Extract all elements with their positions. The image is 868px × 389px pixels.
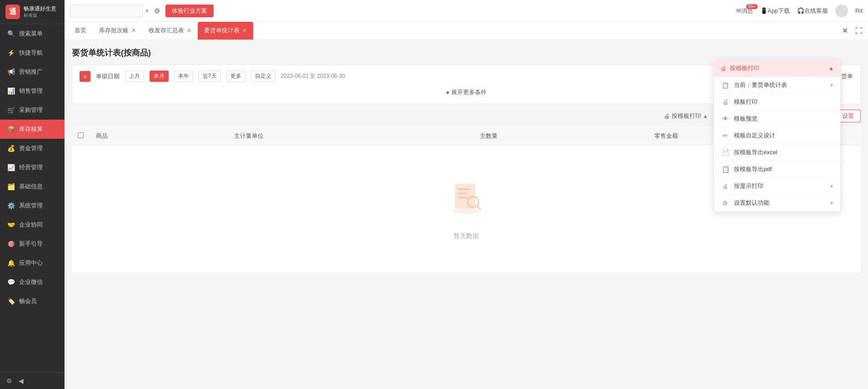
app-download-btn[interactable]: 📱 App下载 (760, 7, 790, 15)
col-checkbox (72, 127, 90, 145)
tab-maximize-icon[interactable]: ⛶ (853, 25, 864, 37)
template-excel-label: 按模板导出excel (734, 148, 777, 157)
sidebar-item-appstore[interactable]: 🔔 应用中心 (0, 253, 65, 273)
folder-icon: 🗂️ (6, 182, 15, 191)
tab-home[interactable]: 首页 (68, 22, 93, 40)
app-logo: 通 畅康通好生意 标准版 (0, 0, 65, 24)
date-this-month-btn[interactable]: 本月 (150, 71, 169, 82)
template-design-label: 模板自定义设计 (734, 131, 775, 140)
expand-more-label: 展开更多条件 (451, 88, 487, 96)
phone-icon: 📱 (760, 7, 768, 14)
date-more-btn[interactable]: 更多 (226, 71, 245, 82)
sidebar-item-basic[interactable]: 🗂️ 基础信息 (0, 177, 65, 196)
sidebar-item-label: 采购管理 (19, 106, 43, 114)
sidebar-item-search[interactable]: 🔍 搜索菜单 (0, 24, 65, 43)
sidebar-item-member[interactable]: 🏷️ 畅会员 (0, 292, 65, 311)
sidebar-item-marketing[interactable]: 📢 营销推广 (0, 62, 65, 81)
template-pdf-label: 按模板导出pdf (734, 165, 772, 173)
current-template-label: 当前：要货单统计表 (734, 81, 787, 89)
tab-label: 要货单统计表 (204, 26, 239, 35)
print-chevron-icon: ▲ (703, 113, 708, 119)
settings-footer-icon[interactable]: ⚙ (6, 377, 12, 384)
tab-order-stats[interactable]: 要货单统计表 ✕ (198, 22, 253, 40)
template-preview-icon: 👁 (721, 115, 729, 122)
sidebar-item-operation[interactable]: 📈 经营管理 (0, 158, 65, 177)
dropdown-item-template-print[interactable]: 🖨 模板打印 (714, 94, 840, 111)
search-input[interactable] (70, 5, 143, 17)
tab-close-icon[interactable]: ✕ (187, 27, 191, 34)
tag-icon: 🏷️ (6, 297, 15, 306)
sidebar-item-purchase[interactable]: 🛒 采购管理 (0, 101, 65, 120)
dropdown-item-template-design[interactable]: ✏ 模板自定义设计 (714, 127, 840, 144)
tabbar-right: ✕ ⛶ (840, 22, 864, 40)
experience-button[interactable]: 体验行业方案 (165, 5, 214, 17)
chat-icon: 💬 (6, 278, 15, 287)
date-range-display: 2023-06-01 至 2023-06-30 (281, 72, 345, 80)
svg-rect-2 (458, 188, 470, 190)
printer-dropdown-icon: 🖨 (720, 65, 726, 72)
col-unit: 主计量单位 (229, 127, 475, 145)
template-print-label: 模板打印 (734, 98, 758, 106)
col-product: 商品 (90, 127, 229, 145)
template-excel-icon: 📄 (721, 149, 729, 156)
sidebar-item-finance[interactable]: 💰 资金管理 (0, 139, 65, 158)
print-template-button[interactable]: 🖨 按模板打印 ▲ (658, 110, 713, 122)
sidebar-footer: ⚙ ◀ (0, 372, 65, 389)
tab-inventory-batch[interactable]: 库存批次账 ✕ (93, 22, 142, 40)
avatar[interactable] (835, 5, 848, 17)
default-func-label: 设置默认功能 (734, 199, 769, 207)
dropdown-item-template-excel[interactable]: 📄 按模板导出excel (714, 144, 840, 161)
display-print-left: 🖨 按显示打印 (721, 182, 763, 190)
date-7days-btn[interactable]: 近7天 (199, 71, 221, 82)
sidebar-item-collab[interactable]: 🤝 企业协同 (0, 215, 65, 234)
sidebar-item-sales[interactable]: 📊 销售管理 (0, 81, 65, 101)
online-service-btn[interactable]: 🎧 在线客服 (797, 7, 828, 15)
messages-btn[interactable]: ✉ 消息 99+ (736, 7, 753, 15)
sidebar-item-system[interactable]: ⚙️ 系统管理 (0, 196, 65, 215)
tab-close-window-icon[interactable]: ✕ (840, 25, 850, 37)
filter-expand-button[interactable]: » (80, 71, 90, 82)
dropdown-item-template-preview[interactable]: 👁 模板预览 (714, 111, 840, 127)
print-template-label: 按模板打印 (672, 112, 701, 120)
dropdown-item-template-pdf[interactable]: 📋 按模板导出pdf (714, 161, 840, 178)
sidebar-item-label: 资金管理 (19, 144, 43, 152)
target-icon: 🎯 (6, 239, 15, 248)
gear-icon: ⚙️ (6, 201, 15, 210)
lightning-icon: ⚡ (6, 48, 15, 57)
sidebar-item-label: 经营管理 (19, 163, 43, 172)
cart-icon: 🛒 (6, 106, 15, 115)
date-custom-btn[interactable]: 自定义 (251, 71, 275, 82)
collapse-icon[interactable]: ◀ (19, 377, 24, 384)
sidebar-item-label: 营销推广 (19, 68, 43, 76)
sidebar-item-quick-nav[interactable]: ⚡ 快捷导航 (0, 43, 65, 62)
dropdown-title: 按模板打印 (730, 64, 759, 72)
dropdown-display-print[interactable]: 🖨 按显示打印 ▾ (714, 178, 840, 195)
col-quantity: 主数量 (474, 127, 649, 145)
tab-recv-summary[interactable]: 收发存汇总表 ✕ (142, 22, 198, 40)
username[interactable]: Rit (855, 7, 863, 14)
search-chevron-icon[interactable]: ▾ (145, 7, 149, 14)
money-icon: 💰 (6, 144, 15, 153)
sidebar-item-guide[interactable]: 🎯 新手引导 (0, 234, 65, 253)
dropdown-default-func[interactable]: ⚙ 设置默认功能 ▾ (714, 195, 840, 212)
dropdown-current-template[interactable]: 📋 当前：要货单统计表 ▾ (714, 77, 840, 94)
current-template-left: 📋 当前：要货单统计表 (721, 81, 787, 89)
tab-close-icon[interactable]: ✕ (131, 27, 136, 34)
sidebar-item-wechat[interactable]: 💬 企业微信 (0, 273, 65, 292)
sidebar-item-inventory[interactable]: 📦 库存核算 (0, 120, 65, 139)
logo-icon: 通 (5, 5, 20, 19)
default-func-arrow-icon: ▾ (830, 200, 833, 206)
sidebar-item-label: 企业协同 (19, 221, 43, 229)
select-all-checkbox[interactable] (78, 132, 84, 138)
current-template-arrow-icon: ▾ (830, 82, 833, 88)
date-this-year-btn[interactable]: 本年 (174, 71, 193, 82)
expand-more-button[interactable]: ▾ 展开更多条件 (441, 86, 492, 98)
template-design-icon: ✏ (721, 132, 729, 139)
dropdown-header[interactable]: 🖨 按模板打印 ▲ (714, 60, 840, 77)
tab-close-icon[interactable]: ✕ (242, 27, 247, 34)
sidebar: 通 畅康通好生意 标准版 🔍 搜索菜单 ⚡ 快捷导航 📢 营销推广 📊 销售管理… (0, 0, 65, 389)
trending-icon: 📈 (6, 163, 15, 172)
megaphone-icon: 📢 (6, 67, 15, 76)
date-last-month-btn[interactable]: 上月 (125, 71, 144, 82)
topbar-gear-icon[interactable]: ⚙ (154, 7, 160, 15)
